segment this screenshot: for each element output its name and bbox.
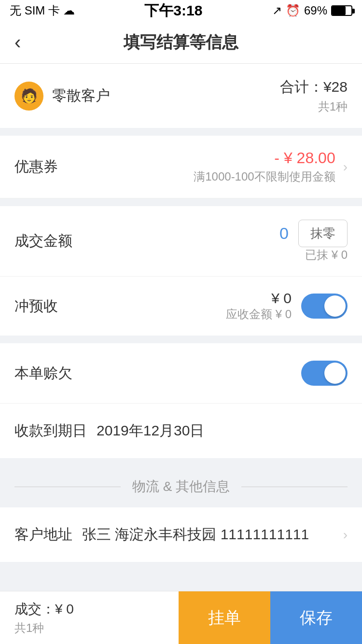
status-bar: 无 SIM 卡 ☁ 下午3:18 ↗ ⏰ 69% — [0, 0, 362, 21]
back-button[interactable]: ‹ — [14, 31, 21, 53]
page-title: 填写结算等信息 — [124, 31, 238, 54]
prepay-values: ¥ 0 应收金额 ¥ 0 — [226, 290, 292, 322]
prepay-sub: 应收金额 ¥ 0 — [226, 307, 292, 322]
logistics-label: 物流 & 其他信息 — [132, 479, 230, 494]
due-date-label: 收款到期日 — [14, 421, 87, 441]
customer-left: 🧑 零散客户 — [14, 82, 110, 111]
nav-bar: ‹ 填写结算等信息 — [0, 21, 362, 64]
customer-right: 合计：¥28 共1种 — [280, 77, 348, 114]
credit-toggle[interactable] — [301, 361, 348, 386]
due-date-row[interactable]: 收款到期日 2019年12月30日 — [0, 404, 362, 458]
bottom-bar: 成交：¥ 0 共1种 挂单 保存 — [0, 591, 362, 644]
address-value: 张三 海淀永丰科技园 11111111111 — [82, 525, 343, 545]
status-right: ↗ ⏰ 69% — [272, 4, 352, 17]
toggle-knob — [324, 295, 346, 317]
coupon-sub: 满1000-100不限制使用金额 — [194, 169, 335, 184]
deal-section: 成交金额 0 抹零 已抹 ¥ 0 冲预收 ¥ 0 应收金额 ¥ 0 — [0, 206, 362, 336]
credit-row: 本单赊欠 — [0, 343, 362, 404]
location-icon: ↗ — [272, 4, 282, 17]
prepay-row: 冲预收 ¥ 0 应收金额 ¥ 0 — [0, 277, 362, 336]
address-row[interactable]: 客户地址 张三 海淀永丰科技园 11111111111 › — [0, 507, 362, 562]
deal-amount-sub: 已抹 ¥ 0 — [279, 247, 348, 263]
coupon-section: 优惠券 - ¥ 28.00 满1000-100不限制使用金额 › — [0, 136, 362, 198]
customer-count: 共1种 — [280, 99, 348, 114]
alarm-icon: ⏰ — [286, 4, 300, 17]
round-zero-button[interactable]: 抹零 — [298, 220, 348, 247]
bottom-info: 成交：¥ 0 共1种 — [0, 600, 179, 636]
avatar: 🧑 — [14, 82, 43, 111]
bottom-count: 共1种 — [14, 620, 164, 636]
save-button[interactable]: 保存 — [270, 591, 362, 644]
credit-toggle-knob — [324, 363, 346, 384]
customer-name: 零散客户 — [52, 86, 110, 106]
avatar-icon: 🧑 — [21, 88, 38, 104]
battery-text: 69% — [304, 4, 327, 17]
chevron-right-icon: › — [343, 159, 348, 175]
coupon-label: 优惠券 — [14, 157, 58, 177]
deal-amount-value: 0 — [279, 224, 289, 243]
customer-total: 合计：¥28 — [280, 77, 348, 97]
prepay-amount: ¥ 0 — [226, 290, 292, 307]
prepay-right: ¥ 0 应收金额 ¥ 0 — [226, 290, 348, 322]
credit-label: 本单赊欠 — [14, 364, 72, 383]
coupon-right: - ¥ 28.00 满1000-100不限制使用金额 › — [194, 149, 348, 184]
bottom-deal-label: 成交：¥ 0 — [14, 600, 164, 618]
due-date-value: 2019年12月30日 — [97, 421, 204, 441]
address-chevron-icon: › — [343, 527, 348, 543]
deal-amount-row: 成交金额 0 抹零 已抹 ¥ 0 — [0, 206, 362, 277]
logistics-header: 物流 & 其他信息 — [0, 466, 362, 507]
prepay-label: 冲预收 — [14, 296, 58, 316]
coupon-row[interactable]: 优惠券 - ¥ 28.00 满1000-100不限制使用金额 › — [0, 136, 362, 198]
content: 🧑 零散客户 合计：¥28 共1种 优惠券 - ¥ 28.00 满1000-10… — [0, 64, 362, 620]
prepay-toggle[interactable] — [301, 294, 348, 319]
deal-amount-label: 成交金额 — [14, 231, 72, 251]
sim-status: 无 SIM 卡 ☁ — [10, 3, 75, 18]
customer-row: 🧑 零散客户 合计：¥28 共1种 — [0, 64, 362, 128]
status-time: 下午3:18 — [144, 1, 202, 21]
address-section: 客户地址 张三 海淀永丰科技园 11111111111 › — [0, 507, 362, 562]
credit-section: 本单赊欠 收款到期日 2019年12月30日 — [0, 343, 362, 458]
hold-button[interactable]: 挂单 — [179, 591, 270, 644]
address-label: 客户地址 — [14, 525, 72, 545]
status-left: 无 SIM 卡 ☁ — [10, 3, 75, 18]
deal-amount-right: 0 抹零 — [279, 220, 348, 247]
coupon-value: - ¥ 28.00 — [194, 149, 335, 167]
battery-icon — [331, 5, 352, 16]
